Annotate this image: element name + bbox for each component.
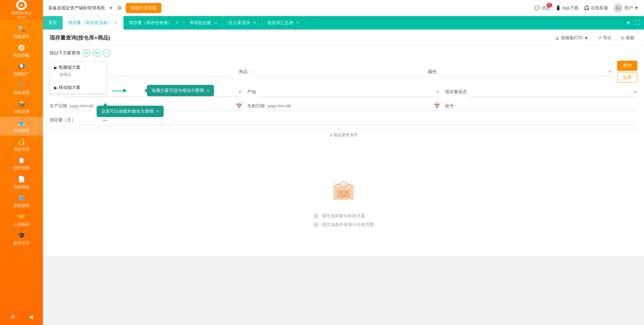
tooltip-create-plan: 这里可以创建和修改方案哦 × xyxy=(97,106,164,117)
collapse-sidebar-btn[interactable]: ◀ xyxy=(29,314,33,320)
collapse-up-icon: ∧ xyxy=(329,133,332,138)
tab-close-summary[interactable]: ✕ xyxy=(296,20,300,25)
filter-group-batch: 批号 xyxy=(445,101,637,111)
add-plan-btn[interactable]: + xyxy=(83,49,90,57)
goods-label: 商品 xyxy=(239,69,248,75)
sidebar-item-finance[interactable]: 💰 资金管理 xyxy=(0,136,43,154)
refresh-btn[interactable]: ↻ 刷新 xyxy=(618,34,637,42)
filter-row-1: 仓库 ··· 商品 ··· 颜色 ▼ xyxy=(50,61,637,83)
sidebar-item-basic-info[interactable]: 📄 基础信息 xyxy=(0,173,43,192)
expiry-date-input-wrapper: 📅 xyxy=(267,101,439,111)
user-dropdown-icon: ▼ xyxy=(634,5,639,10)
tooltip1-close[interactable]: × xyxy=(207,88,209,93)
system-name: 装备及固定资产辅助管理系统 xyxy=(48,5,105,11)
message-badge: 6 xyxy=(547,3,552,7)
system-icon: ⚙️ xyxy=(18,194,25,202)
tab-close-flow[interactable]: ✕ xyxy=(253,20,256,25)
prod-date-calendar-icon[interactable]: 📅 xyxy=(236,103,242,109)
stock-main-min[interactable] xyxy=(80,117,100,122)
goods-select[interactable] xyxy=(257,67,423,77)
sidebar-item-search[interactable]: 🔍 搜索菜单 xyxy=(0,23,43,42)
plan-panel: ▶ 电脑端方案 按商品 ▶ 移动端方案 xyxy=(50,61,107,94)
plan-section-mobile: ▶ 移动端方案 xyxy=(50,82,106,93)
enterprise-icon: 🤝 xyxy=(18,213,25,220)
collapse-bar[interactable]: ∧ 收起更多条件 xyxy=(50,129,637,141)
tab-stock-dist-label: 现存量（库存分布表） xyxy=(129,20,172,26)
stock-main-max[interactable] xyxy=(110,117,130,122)
sidebar-item-inventory[interactable]: 🏪 库存核算 xyxy=(0,117,43,136)
origin-select[interactable]: ▼ xyxy=(259,87,439,97)
refresh-icon: ↻ xyxy=(621,36,625,41)
basic-info-icon: 📄 xyxy=(18,175,25,183)
plan-mobile-arrow: ▶ xyxy=(54,85,57,90)
print-btn[interactable]: 🖨 按模板打印 ▼ xyxy=(552,34,591,42)
edit-plan-btn[interactable]: ✎ xyxy=(93,49,100,57)
export-btn[interactable]: ↗ 导出 xyxy=(595,34,614,42)
tab-expand-btn[interactable]: ⛶ xyxy=(633,18,641,27)
tab-close-stock-dist[interactable]: ✕ xyxy=(175,20,178,25)
settings-footer-btn[interactable]: ⚙ xyxy=(10,314,15,320)
svg-text:6: 6 xyxy=(20,3,22,7)
industry-btn[interactable]: 体验行业方案 xyxy=(126,3,161,13)
marketing-icon: 📢 xyxy=(18,63,25,70)
plan-desktop-arrow: ▶ xyxy=(54,65,57,70)
tab-home[interactable]: 首页 xyxy=(43,16,63,30)
app-download-btn[interactable]: 📱 App下载 xyxy=(555,5,579,11)
search-btn[interactable]: 查询 xyxy=(617,61,637,71)
search-icon: 🔍 xyxy=(18,25,25,33)
tab-batch-account[interactable]: 库存批次账 ✕ xyxy=(184,16,223,30)
settings-btn[interactable]: 设置 xyxy=(617,72,637,83)
print-icon: 🖨 xyxy=(555,36,559,41)
empty-steps: 1 请先选择要分析的方案 2 用过滤条件来缩小分析范围 xyxy=(313,212,374,229)
sidebar-item-enterprise[interactable]: 🤝 企业协同 xyxy=(0,211,43,229)
tooltip2-close[interactable]: × xyxy=(156,109,159,114)
tab-flow-label: 出入库流水 xyxy=(228,20,250,26)
sidebar-item-label-quick: 快捷导航 xyxy=(13,53,30,58)
tab-close-all-btn[interactable]: ✕ xyxy=(625,18,632,28)
batch-input[interactable] xyxy=(457,101,637,111)
sidebar-item-guide[interactable]: 🎓 新手引导 xyxy=(0,229,43,248)
compass-icon: 🧭 xyxy=(18,44,25,51)
user-avatar-area[interactable]: Ea 用户 ▼ xyxy=(613,3,639,13)
header-settings-icon[interactable]: ⚙ xyxy=(117,5,122,11)
avatar: Ea xyxy=(613,3,623,13)
sidebar-item-quick-nav[interactable]: 🧭 快捷导航 xyxy=(0,42,43,60)
filter-group-origin: 产地 ▼ xyxy=(247,87,439,97)
messages-btn[interactable]: 💬 消息 6 xyxy=(535,5,550,11)
sidebar-logo: 6 畅捷通好生意 标准版 xyxy=(0,0,43,20)
tab-summary[interactable]: 收发存汇总表 ✕ xyxy=(262,16,305,30)
header-right: 💬 消息 6 📱 App下载 🎧 在线客服 Ea 用户 ▼ xyxy=(535,3,639,13)
tab-close-stock-status[interactable]: ✕ xyxy=(114,20,118,25)
plan-section-mobile-title[interactable]: ▶ 移动端方案 xyxy=(54,85,102,91)
filter-group-stock-status: 现存量状态 ▼ xyxy=(445,87,637,97)
tab-stock-status[interactable]: 现存量（库存状况表） ✕ xyxy=(63,16,123,30)
plan-arrow-btn[interactable]: ← xyxy=(103,49,110,57)
sidebar-item-marketing[interactable]: 📢 营销推广 xyxy=(0,60,43,79)
goods-dots[interactable]: ··· xyxy=(250,69,255,75)
system-dropdown-btn[interactable]: ▼ xyxy=(109,6,113,10)
print-dropdown-icon: ▼ xyxy=(584,36,588,41)
expiry-calendar-icon[interactable]: 📅 xyxy=(434,103,440,109)
tab-close-batch[interactable]: ✕ xyxy=(214,20,217,25)
plan-section-desktop-title[interactable]: ▶ 电脑端方案 xyxy=(54,64,102,70)
sidebar-item-management[interactable]: 📋 经营管理 xyxy=(0,154,43,173)
tab-flow[interactable]: 出入库流水 ✕ xyxy=(223,16,262,30)
sidebar-item-label-basic: 基础信息 xyxy=(13,184,30,190)
color-select[interactable]: ▼ xyxy=(439,67,612,77)
sidebar-item-purchase[interactable]: 📦 采购管理 xyxy=(0,98,43,117)
sidebar-item-sales[interactable]: 🛒 销售管理 xyxy=(0,79,43,98)
tab-stock-dist[interactable]: 现存量（库存分布表） ✕ xyxy=(123,16,184,30)
management-icon: 📋 xyxy=(18,157,25,164)
sidebar: 6 畅捷通好生意 标准版 🔍 搜索菜单 🧭 快捷导航 📢 营销推广 🛒 销售管理… xyxy=(0,0,43,325)
page-content: 现存量查询(按仓库+商品) 🖨 按模板打印 ▼ ↗ 导出 ↻ 刷新 xyxy=(43,30,644,325)
page-title-bar: 现存量查询(按仓库+商品) 🖨 按模板打印 ▼ ↗ 导出 ↻ 刷新 xyxy=(43,30,644,45)
sidebar-item-system[interactable]: ⚙️ 系统管理 xyxy=(0,192,43,211)
logo-text: 畅捷通好生意 xyxy=(11,11,32,15)
online-support-btn[interactable]: 🎧 在线客服 xyxy=(584,5,608,11)
tab-bar: 首页 现存量（库存状况表） ✕ 现存量（库存分布表） ✕ 库存批次账 ✕ 出入库… xyxy=(43,16,644,30)
filter-header: 按以下方案查询 + ✎ ← xyxy=(50,49,637,57)
finance-icon: 💰 xyxy=(18,138,25,145)
stock-status-select[interactable]: ▼ xyxy=(470,87,637,97)
expiry-date-start[interactable] xyxy=(267,103,434,108)
step-1-label: 请先选择要分析的方案 xyxy=(322,212,365,220)
